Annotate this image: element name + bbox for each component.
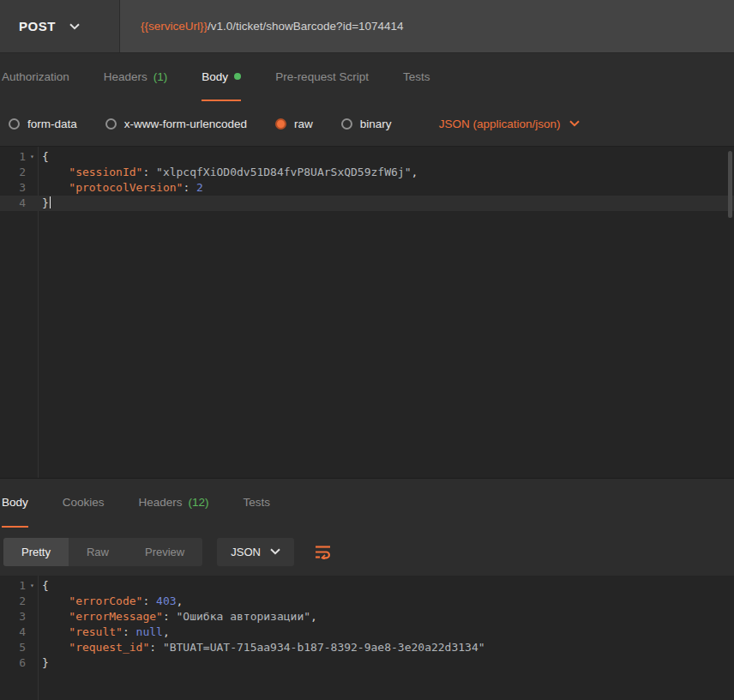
fold-arrow-icon[interactable]: ▾ <box>26 578 39 594</box>
code-text: } <box>39 655 49 671</box>
tab-body[interactable]: Body <box>202 53 241 101</box>
code-token: } <box>42 196 49 209</box>
line-number: 2 <box>0 165 26 180</box>
content-type-select[interactable]: JSON (application/json) <box>439 118 581 130</box>
code-token: "errorCode" <box>69 594 142 607</box>
response-toolbar: Pretty Raw Preview JSON <box>0 528 734 576</box>
fold-spacer <box>26 594 39 609</box>
tab-label: Tests <box>403 70 430 83</box>
line-number: 3 <box>0 609 26 625</box>
code-token: "result" <box>69 625 123 638</box>
code-token: "errorMessage" <box>69 610 163 623</box>
code-line: 4 "result": null, <box>0 625 734 640</box>
code-token: : <box>149 641 163 654</box>
tab-authorization[interactable]: Authorization <box>2 53 69 101</box>
fold-arrow-icon[interactable]: ▾ <box>26 149 39 165</box>
request-body-editor[interactable]: 1▾{2 "sessionId": "xlpcqfXiOD0dv51D84fvP… <box>0 147 734 478</box>
code-line: 1▾{ <box>0 149 734 165</box>
tab-label: Headers <box>139 496 183 509</box>
code-token: } <box>42 656 49 669</box>
code-token: "BTUAT=UAT-715aa934-b187-8392-9ae8-3e20a… <box>163 641 485 654</box>
code-text: "result": null, <box>39 625 170 640</box>
postman-window: POST {{serviceUrl}}/v1.0/ticket/showBarc… <box>0 0 734 700</box>
view-pretty-button[interactable]: Pretty <box>3 538 69 566</box>
request-url-bar: POST {{serviceUrl}}/v1.0/ticket/showBarc… <box>0 0 734 53</box>
code-token: : <box>142 166 156 178</box>
tab-pre-request-script[interactable]: Pre-request Script <box>275 53 369 101</box>
line-number: 2 <box>0 594 26 609</box>
code-token <box>42 166 69 178</box>
view-raw-button[interactable]: Raw <box>69 538 127 566</box>
fold-spacer <box>26 180 39 196</box>
code-token: , <box>177 594 184 607</box>
tab-label: Body <box>2 496 28 509</box>
response-tab-cookies[interactable]: Cookies <box>63 479 105 528</box>
code-token: "request_id" <box>69 641 149 654</box>
method-label: POST <box>19 19 56 33</box>
line-number: 5 <box>0 640 26 655</box>
method-selector[interactable]: POST <box>0 0 120 52</box>
response-tab-headers[interactable]: Headers (12) <box>139 479 209 528</box>
code-line: 2 "sessionId": "xlpcqfXiOD0dv51D84fvP8UA… <box>0 165 734 180</box>
code-token: "Ошибка авторизации" <box>177 610 311 623</box>
fold-spacer <box>26 609 39 625</box>
mode-raw[interactable]: raw <box>275 118 313 130</box>
code-text: "request_id": "BTUAT=UAT-715aa934-b187-8… <box>39 640 485 655</box>
code-token: { <box>42 150 49 163</box>
tab-headers[interactable]: Headers (1) <box>104 53 168 101</box>
tab-label: Body <box>202 70 228 83</box>
body-filled-dot-icon <box>234 73 241 80</box>
wrap-text-button[interactable] <box>310 539 336 564</box>
tab-label: Headers <box>104 70 147 83</box>
tab-label: Tests <box>244 496 271 509</box>
line-number: 4 <box>0 196 26 211</box>
response-panel: Body Cookies Headers (12) Tests Pretty R… <box>0 478 734 700</box>
radio-icon <box>341 118 352 130</box>
tab-label: Authorization <box>2 70 69 83</box>
view-preview-button[interactable]: Preview <box>127 538 202 566</box>
editor-scrollbar[interactable] <box>728 151 732 218</box>
tab-label: Cookies <box>63 496 105 509</box>
code-token: 403 <box>156 594 176 607</box>
code-token: null <box>136 625 163 638</box>
mode-binary[interactable]: binary <box>341 118 392 130</box>
code-line: 5 "request_id": "BTUAT=UAT-715aa934-b187… <box>0 640 734 655</box>
code-token: : <box>183 181 196 194</box>
chevron-down-icon <box>569 120 580 127</box>
line-number: 3 <box>0 180 26 196</box>
code-token <box>42 641 69 654</box>
radio-selected-icon <box>275 118 286 130</box>
mode-form-data[interactable]: form-data <box>9 118 77 130</box>
mode-x-www-form-urlencoded[interactable]: x-www-form-urlencoded <box>105 118 247 130</box>
code-token: "protocolVersion" <box>69 181 183 194</box>
code-token: , <box>411 166 418 178</box>
headers-count-badge: (1) <box>153 70 168 83</box>
mode-label: x-www-form-urlencoded <box>124 118 247 130</box>
code-text: { <box>39 149 49 165</box>
code-token: : <box>142 594 156 607</box>
response-tab-tests[interactable]: Tests <box>244 479 271 528</box>
response-view-switcher: Pretty Raw Preview <box>3 538 202 566</box>
response-format-select[interactable]: JSON <box>217 538 294 566</box>
fold-spacer <box>26 640 39 655</box>
code-token: { <box>42 579 49 592</box>
response-body-editor[interactable]: 1▾{2 "errorCode": 403,3 "errorMessage": … <box>0 576 734 700</box>
mode-label: binary <box>360 118 392 130</box>
code-token: "sessionId" <box>69 166 142 178</box>
tab-tests[interactable]: Tests <box>403 53 430 101</box>
code-token <box>42 625 69 638</box>
line-number: 1 <box>0 149 26 165</box>
code-line: 4} <box>0 196 734 211</box>
code-text: } <box>39 196 51 211</box>
radio-icon <box>105 118 117 130</box>
code-token: : <box>163 610 177 623</box>
code-line: 3 "protocolVersion": 2 <box>0 180 734 196</box>
code-token: , <box>310 610 317 623</box>
code-token: 2 <box>196 181 203 194</box>
code-token <box>42 181 69 194</box>
response-tab-body[interactable]: Body <box>2 479 28 528</box>
radio-icon <box>9 118 20 130</box>
url-input[interactable]: {{serviceUrl}}/v1.0/ticket/showBarcode?i… <box>120 0 734 52</box>
line-number: 4 <box>0 625 26 640</box>
wrap-text-icon <box>315 545 332 559</box>
